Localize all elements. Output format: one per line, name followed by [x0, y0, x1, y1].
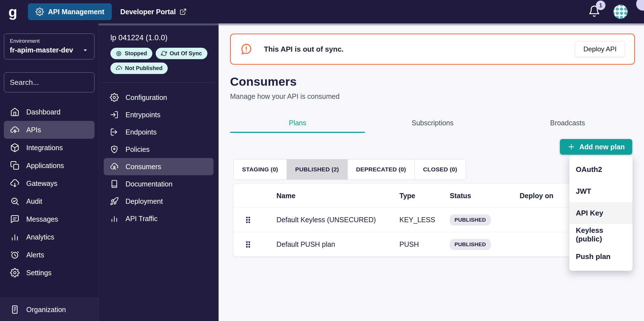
banner-message: This API is out of sync.: [264, 45, 344, 54]
topbar-right: 1: [588, 4, 636, 20]
filter-staging[interactable]: STAGING (0): [234, 159, 287, 179]
copy-icon: [10, 161, 20, 170]
sidebar-item-integrations[interactable]: Integrations: [4, 139, 94, 157]
exit-arrow-icon: [110, 128, 119, 136]
api-nav-label: Documentation: [126, 180, 172, 188]
sidebar-item-label: Audit: [26, 197, 42, 205]
menu-item-jwt[interactable]: JWT: [569, 180, 633, 202]
sidebar-item-audit[interactable]: Audit: [4, 192, 94, 210]
sidebar-item-label: Dashboard: [26, 108, 60, 116]
column-header-name: Name: [276, 192, 399, 200]
api-nav: Configuration Entrypoints Endpoints Poli…: [99, 89, 219, 227]
sidebar-item-alerts[interactable]: Alerts: [4, 246, 94, 264]
api-management-label: API Management: [48, 8, 104, 16]
bar-chart-icon: [10, 232, 20, 242]
api-nav-label: Consumers: [126, 163, 161, 171]
badge-label: Not Published: [125, 65, 162, 71]
notifications-button[interactable]: 1: [588, 5, 600, 18]
gear-icon: [10, 268, 20, 277]
add-new-plan-label: Add new plan: [579, 143, 625, 151]
tab-subscriptions[interactable]: Subscriptions: [365, 114, 500, 133]
add-new-plan-button[interactable]: Add new plan: [560, 139, 633, 155]
sidebar-item-analytics[interactable]: Analytics: [4, 228, 94, 246]
tab-broadcasts[interactable]: Broadcasts: [500, 114, 635, 133]
search-check-icon: [10, 197, 20, 206]
content-shell: Environment fr-apim-master-dev Dashboard…: [0, 23, 644, 321]
cloud-x-icon: [116, 65, 122, 71]
filter-deprecated[interactable]: DEPRECATED (0): [347, 159, 415, 179]
sidebar-item-settings[interactable]: Settings: [4, 264, 94, 282]
column-header-type: Type: [399, 192, 450, 200]
menu-item-oauth2[interactable]: OAuth2: [569, 159, 633, 180]
plan-status-badge: PUBLISHED: [450, 239, 491, 250]
api-nav-label: Deployment: [126, 197, 163, 205]
add-plan-dropdown-menu: OAuth2 JWT API Key Keyless (public) Push…: [569, 155, 633, 271]
filter-published[interactable]: PUBLISHED (2): [287, 159, 347, 179]
api-management-button[interactable]: API Management: [28, 3, 112, 20]
table-header-row: Name Type Status Deploy on: [233, 184, 586, 207]
api-nav-label: Configuration: [126, 94, 167, 102]
api-nav-consumers[interactable]: Consumers: [104, 158, 214, 175]
main-content: This API is out of sync. Deploy API Cons…: [219, 23, 644, 321]
deploy-api-button[interactable]: Deploy API: [575, 41, 625, 57]
status-badge-stopped: Stopped: [110, 48, 152, 59]
drag-handle-icon[interactable]: [246, 216, 250, 223]
api-status-badges: Stopped Out Of Sync Not Published: [110, 48, 209, 74]
environment-selector[interactable]: Environment fr-apim-master-dev: [4, 33, 94, 59]
entry-arrow-icon: [110, 110, 119, 119]
sidebar-item-applications[interactable]: Applications: [4, 157, 94, 174]
rocket-icon: [110, 197, 119, 206]
sidebar-item-apis[interactable]: APIs: [4, 121, 94, 139]
sync-icon: [161, 51, 167, 56]
sidebar-item-label: APIs: [26, 126, 41, 134]
gravitee-logo[interactable]: g: [8, 5, 17, 18]
sidebar-item-organization[interactable]: Organization: [0, 298, 98, 321]
plan-status-badge: PUBLISHED: [450, 214, 491, 226]
api-nav-deployment[interactable]: Deployment: [104, 193, 214, 210]
status-badge-not-published: Not Published: [110, 63, 168, 74]
book-icon: [110, 179, 119, 188]
sidebar-item-dashboard[interactable]: Dashboard: [4, 103, 94, 121]
sidebar-item-messages[interactable]: Messages: [4, 210, 94, 228]
notification-badge: 1: [596, 1, 605, 10]
message-icon: [10, 214, 20, 224]
api-nav-policies[interactable]: Policies: [104, 141, 214, 158]
cube-icon: [10, 143, 20, 152]
plan-name: Default PUSH plan: [276, 240, 399, 248]
menu-item-keyless-public[interactable]: Keyless (public): [569, 224, 633, 246]
organization-icon: [10, 305, 20, 314]
developer-portal-link[interactable]: Developer Portal: [120, 8, 187, 16]
warning-bubble-icon: [240, 43, 253, 56]
main-nav: Dashboard APIs Integrations Applications…: [0, 103, 98, 282]
plan-type: PUSH: [399, 240, 450, 248]
api-nav-entrypoints[interactable]: Entrypoints: [104, 106, 214, 123]
divider: [102, 82, 215, 83]
cloud-gear-icon: [10, 125, 20, 135]
badge-label: Stopped: [125, 50, 147, 57]
sidebar-item-gateways[interactable]: Gateways: [4, 174, 94, 192]
table-row: Default PUSH plan PUSH PUBLISHED: [233, 232, 586, 257]
search-input[interactable]: [10, 78, 103, 87]
api-nav-api-traffic[interactable]: API Traffic: [104, 210, 214, 227]
tab-plans[interactable]: Plans: [230, 114, 365, 133]
user-avatar[interactable]: [613, 4, 628, 20]
api-nav-label: Policies: [126, 145, 150, 154]
consumer-tabs: Plans Subscriptions Broadcasts: [230, 114, 635, 133]
top-bar: g API Management Developer Portal 1: [0, 0, 644, 23]
sidebar-item-label: Analytics: [26, 233, 54, 241]
table-row: Default Keyless (UNSECURED) KEY_LESS PUB…: [233, 207, 586, 232]
environment-label: Environment: [10, 38, 89, 44]
api-nav-documentation[interactable]: Documentation: [104, 175, 214, 193]
menu-item-push-plan[interactable]: Push plan: [569, 246, 633, 267]
api-nav-label: Endpoints: [126, 128, 157, 136]
menu-item-api-key[interactable]: API Key: [569, 202, 633, 224]
developer-portal-label: Developer Portal: [120, 8, 176, 16]
api-nav-endpoints[interactable]: Endpoints: [104, 123, 214, 141]
api-nav-configuration[interactable]: Configuration: [104, 89, 214, 106]
api-nav-label: API Traffic: [126, 215, 158, 223]
drag-handle-icon[interactable]: [246, 241, 250, 248]
gear-icon: [110, 93, 119, 102]
gear-icon: [35, 8, 44, 16]
sidebar-item-label: Settings: [26, 269, 51, 277]
filter-closed[interactable]: CLOSED (0): [415, 159, 466, 179]
